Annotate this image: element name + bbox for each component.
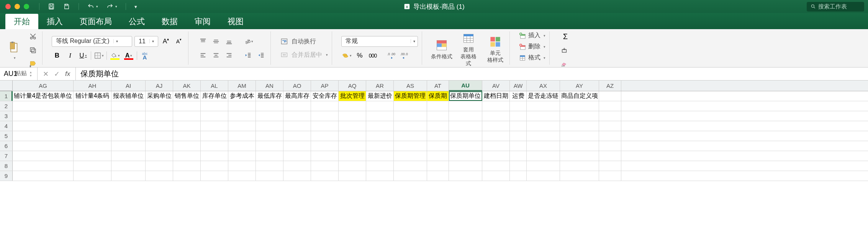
cell-AH2[interactable] [74, 101, 111, 111]
tab-视图[interactable]: 视图 [219, 14, 252, 29]
cell-AG9[interactable] [13, 171, 74, 181]
cell-AJ2[interactable] [146, 101, 173, 111]
cell-AU4[interactable] [449, 121, 482, 131]
column-header-AK[interactable]: AK [173, 81, 201, 91]
italic-button[interactable]: I [65, 51, 75, 61]
cell-AN4[interactable] [256, 121, 283, 131]
tab-数据[interactable]: 数据 [153, 14, 186, 29]
cell-AM5[interactable] [228, 131, 256, 141]
cell-AL9[interactable] [201, 171, 228, 181]
cell-AT9[interactable] [427, 171, 449, 181]
cell-AY8[interactable] [560, 161, 599, 171]
cell-AG5[interactable] [13, 131, 74, 141]
cell-AN8[interactable] [256, 161, 283, 171]
cell-AU2[interactable] [449, 101, 482, 111]
cell-AY2[interactable] [560, 101, 599, 111]
cell-AH9[interactable] [74, 171, 111, 181]
cell-AW5[interactable] [510, 131, 527, 141]
maximize-window-button[interactable] [24, 4, 29, 9]
align-top-button[interactable] [198, 36, 208, 46]
cell-AH6[interactable] [74, 141, 111, 151]
cell-AW2[interactable] [510, 101, 527, 111]
cell-AL4[interactable] [201, 121, 228, 131]
search-sheets-input[interactable]: 搜索工作表 [807, 2, 864, 12]
cell-AX9[interactable] [527, 171, 560, 181]
cell-AV3[interactable] [482, 111, 510, 121]
copy-button[interactable] [28, 45, 38, 55]
column-header-AY[interactable]: AY [560, 81, 599, 91]
cell-AQ2[interactable] [339, 101, 366, 111]
cell-AJ6[interactable] [146, 141, 173, 151]
cell-AQ9[interactable] [339, 171, 366, 181]
increase-indent-button[interactable] [256, 50, 267, 60]
cell-AI2[interactable] [111, 101, 146, 111]
cell-AP6[interactable] [311, 141, 339, 151]
cell-styles-button[interactable]: 单元 格样式 [485, 35, 506, 64]
cell-AI1[interactable]: 报表辅单位 [111, 91, 146, 101]
cell-AQ1[interactable]: 批次管理 [339, 91, 366, 101]
cell-AY5[interactable] [560, 131, 599, 141]
cell-AT1[interactable]: 保质期 [427, 91, 449, 101]
cell-AH1[interactable]: 辅计量4条码 [74, 91, 111, 101]
column-header-AO[interactable]: AO [283, 81, 311, 91]
cell-AT5[interactable] [427, 131, 449, 141]
redo-button[interactable]: ▾ [106, 3, 117, 10]
column-header-AI[interactable]: AI [111, 81, 146, 91]
cell-AX5[interactable] [527, 131, 560, 141]
cell-AK2[interactable] [173, 101, 201, 111]
orientation-button[interactable]: ab▾ [243, 36, 254, 46]
wrap-text-button[interactable]: 自动换行 [280, 38, 328, 46]
name-box[interactable]: AU1 ▴▾ [0, 67, 38, 80]
cell-AQ4[interactable] [339, 121, 366, 131]
cell-AI4[interactable] [111, 121, 146, 131]
column-header-AZ[interactable]: AZ [599, 81, 621, 91]
cell-AI9[interactable] [111, 171, 146, 181]
cell-AO4[interactable] [283, 121, 311, 131]
cell-AY4[interactable] [560, 121, 599, 131]
cell-AT7[interactable] [427, 151, 449, 161]
cell-AK5[interactable] [173, 131, 201, 141]
cell-AT6[interactable] [427, 141, 449, 151]
cell-AR4[interactable] [366, 121, 394, 131]
cell-AY6[interactable] [560, 141, 599, 151]
insert-cells-button[interactable]: 插入▾ [519, 31, 545, 40]
cell-AH3[interactable] [74, 111, 111, 121]
cell-AU9[interactable] [449, 171, 482, 181]
cell-AW1[interactable]: 运费 [510, 91, 527, 101]
cell-AZ9[interactable] [599, 171, 621, 181]
cell-AM3[interactable] [228, 111, 256, 121]
cell-AZ7[interactable] [599, 151, 621, 161]
cell-AI3[interactable] [111, 111, 146, 121]
cell-AV8[interactable] [482, 161, 510, 171]
cell-AI5[interactable] [111, 131, 146, 141]
column-header-AU[interactable]: AU [449, 81, 482, 91]
format-cells-button[interactable]: 格式▾ [519, 54, 545, 62]
font-name-combo[interactable]: 等线 Regular (正文) ▾ [52, 36, 132, 47]
cut-button[interactable] [28, 31, 38, 41]
cell-AK9[interactable] [173, 171, 201, 181]
decrease-indent-button[interactable] [243, 50, 254, 60]
cell-AN3[interactable] [256, 111, 283, 121]
cell-AN1[interactable]: 最低库存 [256, 91, 283, 101]
cell-AO3[interactable] [283, 111, 311, 121]
tab-审阅[interactable]: 审阅 [186, 14, 219, 29]
increase-font-button[interactable]: A▴ [160, 36, 171, 46]
cell-AV4[interactable] [482, 121, 510, 131]
cell-AV2[interactable] [482, 101, 510, 111]
column-header-AX[interactable]: AX [527, 81, 560, 91]
row-header-1[interactable]: 1 [0, 91, 13, 101]
font-color-button[interactable]: A ▾ [123, 51, 134, 61]
percent-button[interactable]: % [354, 51, 365, 61]
cell-AK8[interactable] [173, 161, 201, 171]
cell-AO2[interactable] [283, 101, 311, 111]
cancel-formula-button[interactable]: ✕ [43, 70, 49, 78]
column-header-AP[interactable]: AP [311, 81, 339, 91]
cell-AI7[interactable] [111, 151, 146, 161]
customize-qat-button[interactable]: ▾ [134, 4, 137, 10]
cell-AK4[interactable] [173, 121, 201, 131]
cell-AZ5[interactable] [599, 131, 621, 141]
cell-AT4[interactable] [427, 121, 449, 131]
cell-AP1[interactable]: 安全库存 [311, 91, 339, 101]
cell-AK3[interactable] [173, 111, 201, 121]
cell-AM9[interactable] [228, 171, 256, 181]
